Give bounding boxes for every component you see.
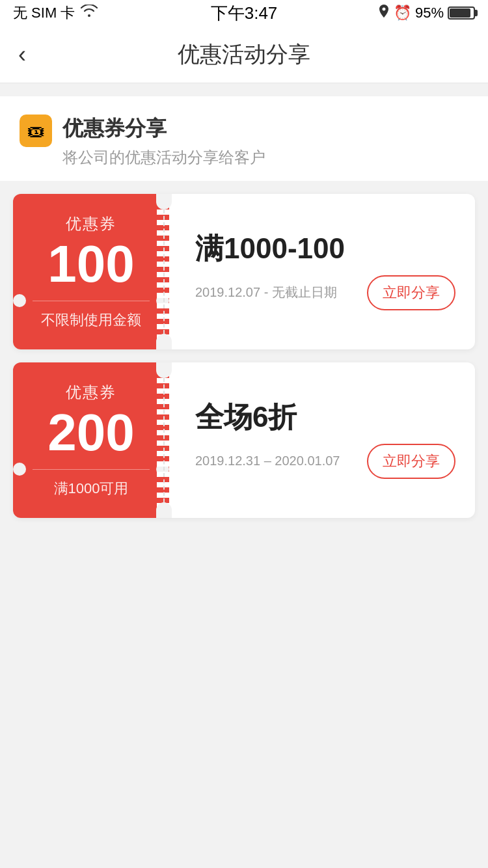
coupon-condition-1: 不限制使用金额 bbox=[41, 310, 141, 330]
status-bar: 无 SIM 卡 下午3:47 ⏰ 95% bbox=[0, 0, 488, 26]
coupon-right-2: 全场6折 2019.12.31 – 2020.01.07 立即分享 bbox=[169, 362, 475, 518]
page-title: 优惠活动分享 bbox=[178, 40, 310, 70]
coupon-meta-1: 2019.12.07 - 无截止日期 立即分享 bbox=[195, 275, 455, 310]
coupon-title-2: 全场6折 bbox=[195, 401, 455, 433]
back-button[interactable]: ‹ bbox=[18, 41, 26, 68]
coupon-title-1: 满1000-100 bbox=[195, 233, 455, 264]
coupon-label-2: 优惠券 bbox=[66, 382, 116, 403]
coupon-meta-2: 2019.12.31 – 2020.01.07 立即分享 bbox=[195, 444, 455, 479]
coupon-section-icon: 🎟 bbox=[20, 115, 52, 147]
coupon-amount-1: 100 bbox=[47, 238, 134, 290]
coupon-left-1: 优惠券 100 不限制使用金额 bbox=[13, 194, 169, 349]
section-subtitle: 将公司的优惠活动分享给客户 bbox=[62, 147, 265, 168]
section-header: 🎟 优惠券分享 将公司的优惠活动分享给客户 bbox=[0, 96, 488, 181]
coupon-card-2: 优惠券 200 满1000可用 全场6折 2019.12.31 – 2020.0… bbox=[13, 362, 475, 518]
share-button-2[interactable]: 立即分享 bbox=[367, 444, 455, 479]
coupon-condition-2: 满1000可用 bbox=[54, 479, 129, 498]
location-icon bbox=[378, 4, 390, 22]
coupon-list: 优惠券 100 不限制使用金额 满1000-100 2019.12.07 - 无… bbox=[0, 181, 488, 531]
status-right: ⏰ 95% bbox=[378, 4, 475, 22]
coupon-right-1: 满1000-100 2019.12.07 - 无截止日期 立即分享 bbox=[169, 194, 475, 349]
coupon-date-1: 2019.12.07 - 无截止日期 bbox=[195, 284, 337, 301]
carrier-label: 无 SIM 卡 bbox=[13, 3, 75, 23]
wifi-icon bbox=[80, 5, 98, 21]
coupon-divider-2 bbox=[33, 469, 150, 470]
status-left: 无 SIM 卡 bbox=[13, 3, 98, 23]
coupon-divider-1 bbox=[33, 301, 150, 301]
nav-bar: ‹ 优惠活动分享 bbox=[0, 26, 488, 83]
section-title: 优惠券分享 bbox=[62, 115, 265, 143]
share-button-1[interactable]: 立即分享 bbox=[367, 275, 455, 310]
coupon-amount-2: 200 bbox=[47, 407, 134, 459]
battery-icon bbox=[448, 7, 475, 20]
status-time: 下午3:47 bbox=[211, 2, 278, 25]
alarm-icon: ⏰ bbox=[394, 5, 411, 21]
section-text: 优惠券分享 将公司的优惠活动分享给客户 bbox=[62, 115, 265, 168]
coupon-left-2: 优惠券 200 满1000可用 bbox=[13, 362, 169, 518]
coupon-date-2: 2019.12.31 – 2020.01.07 bbox=[195, 454, 340, 468]
coupon-label-1: 优惠券 bbox=[66, 213, 116, 234]
battery-percent: 95% bbox=[415, 5, 444, 21]
coupon-card: 优惠券 100 不限制使用金额 满1000-100 2019.12.07 - 无… bbox=[13, 194, 475, 349]
